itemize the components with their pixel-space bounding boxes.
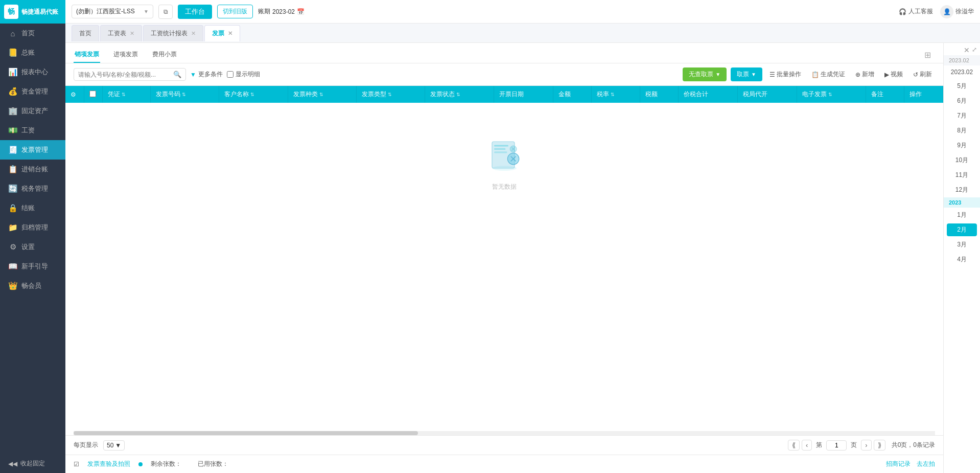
no-ticket-button[interactable]: 无查取票 ▼ <box>683 67 727 81</box>
prev-page-button[interactable]: ‹ <box>802 440 812 451</box>
sort-icon: ⇅ <box>250 92 254 97</box>
sidebar-item-archive[interactable]: 📁 归档管理 <box>0 218 65 237</box>
collapse-label: 收起固定 <box>20 459 45 468</box>
headset-icon: 🎧 <box>899 8 906 15</box>
sidebar-item-assets[interactable]: 🏢 固定资产 <box>0 101 65 121</box>
tab-close-salary-stats[interactable]: ✕ <box>191 30 196 37</box>
sort-icon: ⇅ <box>388 92 392 97</box>
tab-home[interactable]: 首页 <box>72 25 99 41</box>
tab-close-salary[interactable]: ✕ <box>130 30 134 37</box>
new-button[interactable]: ⊕ 新增 <box>852 68 877 81</box>
sub-tab-sales-invoice[interactable]: 销项发票 <box>74 47 100 63</box>
sidebar-item-payroll[interactable]: 💵 工资 <box>0 121 65 140</box>
sidebar-item-funds[interactable]: 💰 资金管理 <box>0 82 65 101</box>
sidebar-item-label: 报表中心 <box>21 67 48 77</box>
date-panel-close-button[interactable]: ✕ <box>964 46 970 54</box>
more-filter-button[interactable]: ▼ 更多条件 <box>190 70 223 79</box>
user-button[interactable]: 👤 徐溢华 <box>940 5 974 18</box>
page-size-select[interactable]: 50 ▼ <box>103 440 125 451</box>
check-label[interactable]: 发票查验及拍照 <box>87 460 130 468</box>
merchant-record-link[interactable]: 招商记录 <box>886 460 911 468</box>
sidebar-item-invoices[interactable]: 🧾 发票管理 <box>0 140 65 160</box>
open-date-button[interactable]: 开账日期 <box>943 245 944 271</box>
sidebar-item-label: 总账 <box>21 48 35 57</box>
batch-ops-button[interactable]: ☰ 批量操作 <box>766 68 804 81</box>
service-button[interactable]: 🎧 人工客服 <box>899 7 933 16</box>
refresh-button[interactable]: ↺ 刷新 <box>910 68 935 81</box>
date-month-aug[interactable]: 8月 <box>944 123 980 138</box>
date-year-prev-label: 2023.02 <box>944 55 980 65</box>
date-panel-expand-button[interactable]: ⤢ <box>972 46 977 54</box>
settings-icon: ⚙ <box>8 242 17 252</box>
sub-tabs: 销项发票 进项发票 费用小票 ⊞ <box>65 43 943 63</box>
sidebar-item-ledger[interactable]: 📒 总账 <box>0 43 65 62</box>
sidebar-item-settings[interactable]: ⚙ 设置 <box>0 237 65 257</box>
horizontal-scrollbar[interactable] <box>74 431 935 435</box>
date-panel: ✕ ⤢ 2023.02 2023.02 5月 6月 7月 8月 9月 10月 1… <box>943 43 980 473</box>
date-month-2023-02-prev[interactable]: 2023.02 <box>944 65 980 79</box>
search-input[interactable] <box>78 71 170 78</box>
date-month-jun[interactable]: 6月 <box>944 94 980 108</box>
select-all-checkbox[interactable] <box>89 91 96 97</box>
copy-button[interactable]: ⧉ <box>158 5 173 19</box>
first-page-button[interactable]: ⟪ <box>788 440 800 451</box>
date-month-sep[interactable]: 9月 <box>944 138 980 153</box>
status-bar: ☑ 发票查验及拍照 剩余张数： 已用张数： 招商记录 去左拍 <box>65 455 943 473</box>
page-number-input[interactable] <box>826 440 847 451</box>
date-month-nov[interactable]: 11月 <box>944 168 980 183</box>
total-text: 共0页，0条记录 <box>892 441 935 449</box>
sub-tab-expense-receipt[interactable]: 费用小票 <box>151 47 178 63</box>
tab-salary-stats-label: 工资统计报表 <box>151 29 188 38</box>
sidebar-item-reports[interactable]: 📊 报表中心 <box>0 62 65 82</box>
date-month-dec[interactable]: 12月 <box>944 183 980 197</box>
sub-tab-purchase-invoice[interactable]: 进项发票 <box>112 47 139 63</box>
date-month-may[interactable]: 5月 <box>944 79 980 94</box>
sidebar-item-member[interactable]: 👑 畅会员 <box>0 276 65 296</box>
sub-tabs-right: ⊞ <box>920 48 935 62</box>
grid-view-icon[interactable]: ⊞ <box>920 48 935 62</box>
date-month-feb-2023[interactable]: 2月 <box>947 223 977 236</box>
date-month-mar-2023[interactable]: 3月 <box>944 237 980 252</box>
content-area: 销项发票 进项发票 费用小票 ⊞ 🔍 ▼ <box>65 43 980 473</box>
tab-close-invoices[interactable]: ✕ <box>228 30 232 37</box>
logo-text: 畅捷通易代账 <box>21 8 58 16</box>
search-box[interactable]: 🔍 <box>74 68 186 81</box>
sidebar-item-sales[interactable]: 📋 进销台账 <box>0 160 65 179</box>
go-left-photo-link[interactable]: 去左拍 <box>917 460 935 468</box>
sidebar-item-home[interactable]: ⌂ 首页 <box>0 24 65 43</box>
scrollbar-thumb[interactable] <box>74 431 418 435</box>
sidebar-collapse-btn[interactable]: ◀◀ 收起固定 <box>0 454 65 473</box>
company-selector[interactable]: (勿删）江西股宝-LSS ▼ <box>72 5 153 18</box>
period-label: 账期 2023-02 📅 <box>258 7 305 16</box>
video-button[interactable]: ▶ 视频 <box>881 68 906 81</box>
show-detail-input[interactable] <box>227 71 234 78</box>
topbar: (勿删）江西股宝-LSS ▼ ⧉ 工作台 切到旧版 账期 2023-02 📅 🎧… <box>65 0 980 24</box>
date-month-apr-2023[interactable]: 4月 <box>944 252 980 267</box>
date-month-jan-2023[interactable]: 1月 <box>944 208 980 222</box>
tab-salary-table[interactable]: 工资表 ✕ <box>100 25 142 41</box>
voucher-icon: 📋 <box>811 71 819 78</box>
sidebar-item-label: 进销台账 <box>21 165 48 174</box>
th-checkbox[interactable] <box>84 86 102 103</box>
generate-voucher-button[interactable]: 📋 生成凭证 <box>808 68 848 81</box>
workbench-button[interactable]: 工作台 <box>178 5 212 19</box>
date-month-jul[interactable]: 7月 <box>944 108 980 123</box>
date-month-oct[interactable]: 10月 <box>944 153 980 168</box>
switch-old-button[interactable]: 切到旧版 <box>217 5 253 18</box>
tab-salary-stats[interactable]: 工资统计报表 ✕ <box>143 25 203 41</box>
sidebar-item-guide[interactable]: 📖 新手引导 <box>0 257 65 276</box>
sidebar-item-closing[interactable]: 🔒 结账 <box>0 198 65 218</box>
next-page-button[interactable]: › <box>861 440 871 451</box>
th-customer: 客户名称⇅ <box>219 86 288 103</box>
tab-invoices[interactable]: 发票 ✕ <box>204 25 240 41</box>
column-settings-icon: ⚙ <box>71 91 76 98</box>
sidebar-item-tax[interactable]: 🔄 税务管理 <box>0 179 65 198</box>
tab-bar: 首页 工资表 ✕ 工资统计报表 ✕ 发票 ✕ <box>65 24 980 43</box>
show-detail-checkbox[interactable]: 显示明细 <box>227 70 260 79</box>
guide-icon: 📖 <box>8 262 17 271</box>
company-name: (勿删）江西股宝-LSS <box>76 7 135 16</box>
th-settings[interactable]: ⚙ <box>65 86 84 103</box>
status-bar-right: 招商记录 去左拍 <box>886 460 935 468</box>
last-page-button[interactable]: ⟫ <box>874 440 885 451</box>
ticket-button[interactable]: 取票 ▼ <box>731 67 762 81</box>
